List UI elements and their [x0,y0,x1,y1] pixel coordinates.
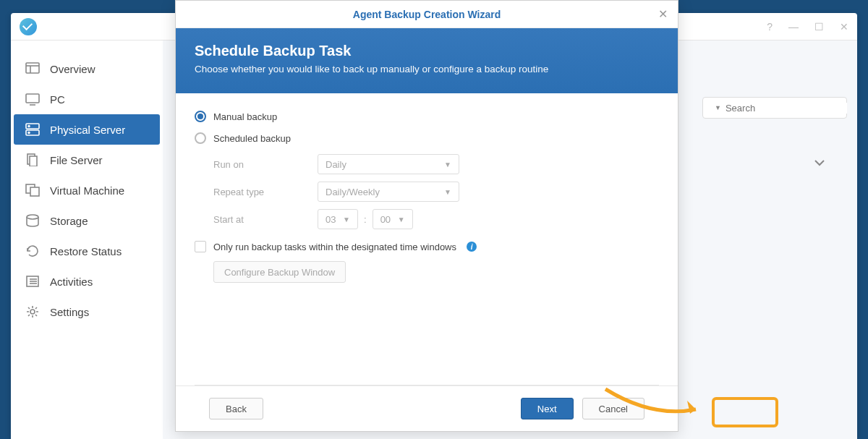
radio-icon [195,111,206,122]
sidebar-item-settings[interactable]: Settings [11,297,163,327]
back-button[interactable]: Back [209,398,263,419]
search-box[interactable]: ▼ [702,97,847,119]
virtual-machine-icon [25,184,40,197]
restore-status-icon [25,244,40,257]
wizard-dialog: Agent Backup Creation Wizard ✕ Schedule … [175,0,678,432]
svg-point-13 [27,215,38,219]
chevron-down-icon[interactable] [814,156,825,169]
sidebar-item-pc[interactable]: PC [11,84,163,114]
chevron-down-icon: ▼ [444,161,451,169]
sidebar-label: Activities [50,276,93,288]
chevron-down-icon: ▼ [444,188,451,196]
select-value: 00 [380,214,391,225]
radio-label: Scheduled backup [213,133,291,144]
help-button[interactable]: ? [767,21,773,33]
close-button[interactable]: ✕ [840,21,848,33]
select-value: Daily [326,159,346,170]
configure-backup-window-button[interactable]: Configure Backup Window [213,261,346,283]
svg-rect-10 [30,156,37,166]
wizard-close-button[interactable]: ✕ [658,7,668,21]
radio-label: Manual backup [213,111,277,122]
window-controls: ? — ☐ ✕ [767,21,848,33]
select-value: Daily/Weekly [326,187,380,197]
run-on-label: Run on [213,159,318,170]
sidebar-item-overview[interactable]: Overview [11,54,163,84]
sidebar-label: File Server [50,154,103,166]
svg-point-8 [28,132,30,134]
next-button[interactable]: Next [521,398,574,419]
cancel-button[interactable]: Cancel [582,398,644,419]
wizard-titlebar: Agent Backup Creation Wizard ✕ [176,1,678,28]
wizard-subtitle: Choose whether you would like to back up… [195,64,659,74]
wizard-heading: Schedule Backup Task [195,43,659,59]
svg-rect-3 [26,94,39,103]
search-input[interactable] [726,103,847,114]
svg-point-7 [28,126,30,127]
sidebar-item-activities[interactable]: Activities [11,266,163,297]
time-separator: : [364,214,367,225]
repeat-type-label: Repeat type [213,187,318,197]
run-on-select[interactable]: Daily ▼ [318,154,459,174]
start-at-label: Start at [213,214,318,225]
settings-icon [25,305,40,318]
sidebar-item-file-server[interactable]: File Server [11,145,163,175]
radio-scheduled-backup[interactable]: Scheduled backup [195,132,659,144]
wizard-content: Manual backup Scheduled backup Run on Da… [176,93,678,385]
sidebar-label: Restore Status [50,245,122,257]
sidebar-item-restore-status[interactable]: Restore Status [11,236,163,266]
wizard-title: Agent Backup Creation Wizard [353,9,501,20]
radio-manual-backup[interactable]: Manual backup [195,111,659,122]
sidebar-label: PC [50,93,65,106]
wizard-header: Schedule Backup Task Choose whether you … [176,28,678,93]
sidebar-label: Physical Server [50,124,125,136]
sidebar-item-physical-server[interactable]: Physical Server [14,114,160,145]
svg-rect-0 [26,63,39,73]
physical-server-icon [25,123,40,136]
select-value: 03 [326,214,336,225]
checkbox-label: Only run backup tasks within the designa… [213,242,456,252]
chevron-down-icon: ▼ [343,216,350,223]
sidebar-item-virtual-machine[interactable]: Virtual Machine [11,175,163,205]
form-row-run-on: Run on Daily ▼ [213,154,659,174]
app-logo-icon [20,18,37,35]
start-hour-select[interactable]: 03 ▼ [318,209,358,229]
dropdown-caret-icon: ▼ [715,104,721,111]
sidebar-label: Settings [50,306,89,318]
form-row-repeat-type: Repeat type Daily/Weekly ▼ [213,182,659,202]
pc-icon [25,93,40,106]
maximize-button[interactable]: ☐ [814,21,824,33]
info-icon[interactable]: i [467,242,477,252]
repeat-type-select[interactable]: Daily/Weekly ▼ [318,182,459,202]
start-minute-select[interactable]: 00 ▼ [373,209,413,229]
storage-icon [25,214,40,227]
form-row-start-at: Start at 03 ▼ : 00 ▼ [213,209,659,229]
sidebar: Overview PC Physical Server File Server … [11,41,163,439]
sidebar-label: Storage [50,215,88,227]
svg-point-18 [30,310,35,314]
overview-icon [25,62,40,75]
checkbox-time-windows[interactable]: Only run backup tasks within the designa… [195,241,659,252]
sidebar-label: Virtual Machine [50,184,124,197]
sidebar-label: Overview [50,63,95,75]
minimize-button[interactable]: — [788,21,799,33]
radio-icon [195,132,206,144]
checkbox-icon [195,241,206,252]
activities-icon [25,275,40,288]
sidebar-item-storage[interactable]: Storage [11,205,163,236]
chevron-down-icon: ▼ [398,216,405,223]
svg-rect-12 [30,187,39,196]
file-server-icon [25,153,40,166]
wizard-footer: Back Next Cancel [176,385,678,431]
